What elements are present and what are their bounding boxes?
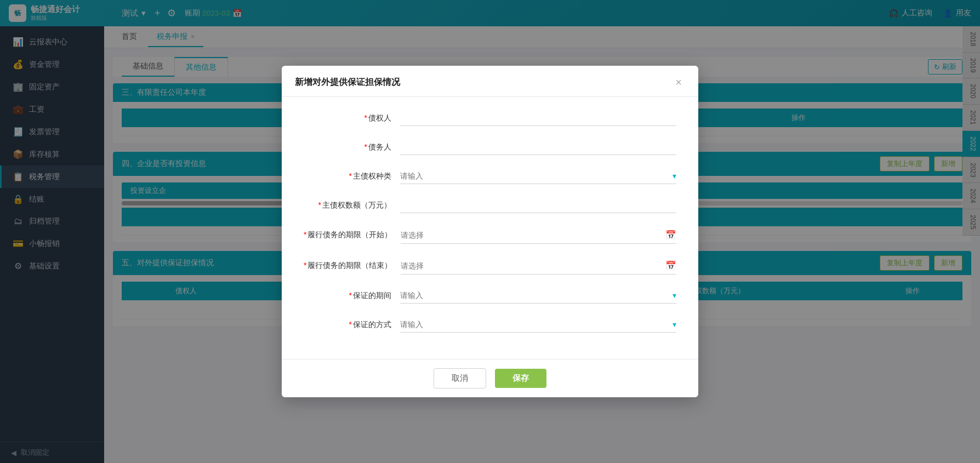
date-period-start-input[interactable]: [401, 231, 665, 239]
label-guarantee-period: *保证的期间: [304, 291, 391, 301]
form-row-debt-amount: *主债权数额（万元）: [304, 197, 676, 213]
form-row-period-end: *履行债务的期限（结束） 📅: [304, 257, 676, 275]
calendar-icon-end: 📅: [665, 260, 676, 271]
input-debt-amount[interactable]: [400, 197, 676, 213]
input-debtor[interactable]: [400, 139, 676, 155]
form-row-creditor: *债权人: [304, 110, 676, 126]
label-debtor: *债务人: [304, 142, 391, 152]
select-debt-type[interactable]: ▾: [400, 168, 676, 184]
dropdown-arrow-guarantee-period: ▾: [673, 291, 676, 300]
modal-dialog: 新增对外提供保证担保情况 × *债权人 *债务人 *主债权种类: [282, 66, 698, 397]
dropdown-arrow-debt-type: ▾: [673, 172, 676, 180]
calendar-icon-start: 📅: [665, 230, 676, 240]
modal-overlay[interactable]: 新增对外提供保证担保情况 × *债权人 *债务人 *主债权种类: [0, 0, 980, 463]
date-period-end[interactable]: 📅: [401, 257, 676, 275]
label-period-end: *履行债务的期限（结束）: [304, 261, 392, 271]
date-period-end-input[interactable]: [401, 261, 665, 270]
modal-title: 新增对外提供保证担保情况: [295, 77, 400, 88]
label-guarantee-method: *保证的方式: [304, 320, 391, 330]
select-guarantee-period-input[interactable]: [400, 291, 673, 300]
label-debt-amount: *主债权数额（万元）: [304, 201, 391, 210]
save-button[interactable]: 保存: [495, 369, 546, 388]
dropdown-arrow-guarantee-method: ▾: [673, 320, 676, 329]
form-row-debt-type: *主债权种类 ▾: [304, 168, 676, 184]
label-creditor: *债权人: [304, 113, 391, 123]
modal-footer: 取消 保存: [282, 359, 698, 397]
input-creditor[interactable]: [400, 110, 676, 126]
select-debt-type-input[interactable]: [400, 172, 673, 180]
select-guarantee-method[interactable]: ▾: [400, 317, 676, 333]
cancel-button[interactable]: 取消: [434, 368, 486, 388]
select-guarantee-method-input[interactable]: [400, 320, 673, 329]
form-row-guarantee-method: *保证的方式 ▾: [304, 317, 676, 333]
modal-body: *债权人 *债务人 *主债权种类 ▾: [282, 97, 698, 359]
form-row-period-start: *履行债务的期限（开始） 📅: [304, 226, 676, 244]
label-period-start: *履行债务的期限（开始）: [304, 230, 392, 240]
modal-header: 新增对外提供保证担保情况 ×: [282, 66, 698, 97]
label-debt-type: *主债权种类: [304, 172, 391, 181]
form-row-debtor: *债务人: [304, 139, 676, 155]
select-guarantee-period[interactable]: ▾: [400, 288, 676, 304]
modal-close-button[interactable]: ×: [672, 76, 685, 89]
date-period-start[interactable]: 📅: [401, 226, 676, 244]
form-row-guarantee-period: *保证的期间 ▾: [304, 288, 676, 304]
